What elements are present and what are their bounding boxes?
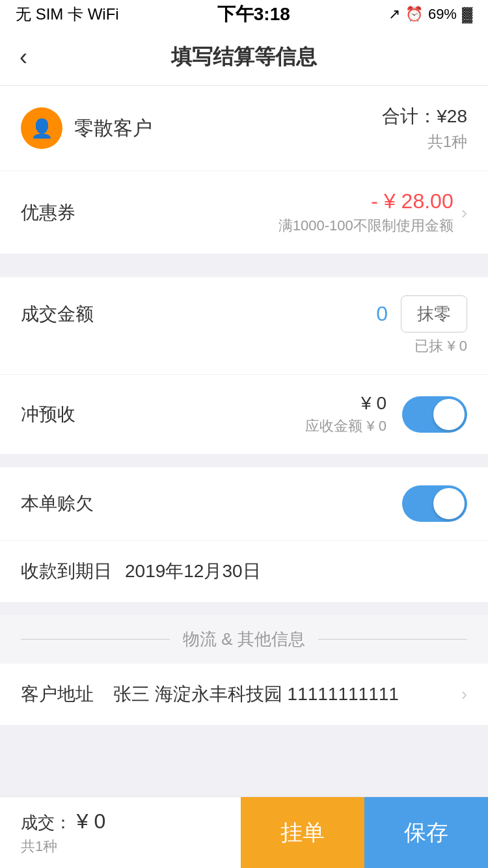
credit-debt-row: 本单赊欠 xyxy=(0,467,488,541)
amount-sub-row: 已抹 ¥ 0 xyxy=(21,336,467,356)
transaction-label: 成交金额 xyxy=(21,302,94,327)
address-chevron-icon: › xyxy=(461,684,467,705)
coupon-detail: - ¥ 28.00 满1000-100不限制使用金额 xyxy=(278,189,454,236)
customer-section: 👤 零散客户 合计：¥28 共1种 优惠券 - ¥ 28.00 满1000-10… xyxy=(0,86,488,254)
customer-right: 合计：¥28 共1种 xyxy=(382,104,467,152)
bottom-count: 共1种 xyxy=(21,837,220,856)
prepayment-detail: ¥ 0 应收金额 ¥ 0 xyxy=(305,393,386,436)
separator-2 xyxy=(0,454,488,467)
separator-3 xyxy=(0,602,488,615)
bottom-amount: ¥ 0 xyxy=(77,809,105,833)
logistics-label: 物流 & 其他信息 xyxy=(183,628,305,651)
pending-button[interactable]: 挂单 xyxy=(241,797,364,869)
customer-row: 👤 零散客户 合计：¥28 共1种 xyxy=(0,86,488,170)
coupon-row[interactable]: 优惠券 - ¥ 28.00 满1000-100不限制使用金额 › xyxy=(0,170,488,254)
prepayment-amount: ¥ 0 xyxy=(305,393,386,414)
transaction-input[interactable] xyxy=(336,302,388,326)
prepayment-toggle-knob xyxy=(433,399,465,430)
credit-debt-label: 本单赊欠 xyxy=(21,491,94,516)
credit-debt-section: 本单赊欠 收款到期日 2019年12月30日 xyxy=(0,467,488,602)
prepayment-sub: 应收金额 ¥ 0 xyxy=(305,416,386,436)
due-date-row: 收款到期日 2019年12月30日 xyxy=(0,541,488,602)
round-zero-button[interactable]: 抹零 xyxy=(401,295,467,332)
battery-text: 69% xyxy=(428,6,457,23)
bottom-chengjiao-label: 成交： xyxy=(21,813,72,832)
bottom-summary: 成交： ¥ 0 共1种 xyxy=(0,809,241,856)
address-value: 张三 海淀永丰科技园 11111111111 xyxy=(113,682,461,707)
status-left: 无 SIM 卡 WiFi xyxy=(16,4,119,25)
divider-line-left xyxy=(21,639,170,640)
customer-avatar: 👤 xyxy=(21,107,62,149)
save-button[interactable]: 保存 xyxy=(364,797,488,869)
prepayment-toggle[interactable] xyxy=(402,396,467,433)
coupon-label: 优惠券 xyxy=(21,200,75,225)
battery-icon: ▓ xyxy=(462,6,472,23)
page-title: 填写结算等信息 xyxy=(171,43,317,72)
credit-debt-toggle[interactable] xyxy=(402,485,467,522)
customer-name: 零散客户 xyxy=(74,115,152,142)
customer-count: 共1种 xyxy=(382,131,467,152)
transaction-right: 抹零 xyxy=(336,295,467,332)
prepayment-row: 冲预收 ¥ 0 应收金额 ¥ 0 xyxy=(0,374,488,454)
bottom-chengjiao-row: 成交： ¥ 0 xyxy=(21,809,220,834)
nav-bar: ‹ 填写结算等信息 xyxy=(0,29,488,86)
address-row[interactable]: 客户地址 张三 海淀永丰科技园 11111111111 › xyxy=(0,664,488,725)
alarm-icon: ⏰ xyxy=(405,6,423,23)
customer-left: 👤 零散客户 xyxy=(21,107,152,149)
divider-line-right xyxy=(318,639,467,640)
transaction-section: 成交金额 抹零 已抹 ¥ 0 冲预收 ¥ 0 应收金额 ¥ 0 xyxy=(0,277,488,454)
credit-debt-toggle-knob xyxy=(433,488,465,519)
address-label: 客户地址 xyxy=(21,682,94,707)
coupon-description: 满1000-100不限制使用金额 xyxy=(278,216,454,236)
prepayment-label: 冲预收 xyxy=(21,402,75,427)
location-icon: ↗ xyxy=(388,6,400,23)
back-button[interactable]: ‹ xyxy=(20,44,27,71)
separator-1 xyxy=(0,264,488,277)
due-date-value: 2019年12月30日 xyxy=(125,559,261,584)
already-rounded-label: 已抹 ¥ 0 xyxy=(414,336,467,356)
coupon-right: - ¥ 28.00 满1000-100不限制使用金额 › xyxy=(278,189,467,236)
due-date-label: 收款到期日 xyxy=(21,559,112,584)
transaction-amount-row: 成交金额 抹零 已抹 ¥ 0 xyxy=(0,277,488,374)
amount-row-wrap: 成交金额 抹零 xyxy=(21,295,467,332)
customer-total: 合计：¥28 xyxy=(382,104,467,129)
content-area: 👤 零散客户 合计：¥28 共1种 优惠券 - ¥ 28.00 满1000-10… xyxy=(0,86,488,803)
status-right: ↗ ⏰ 69% ▓ xyxy=(388,6,472,23)
status-time: 下午3:18 xyxy=(217,2,290,27)
status-bar: 无 SIM 卡 WiFi 下午3:18 ↗ ⏰ 69% ▓ xyxy=(0,0,488,29)
logistics-divider: 物流 & 其他信息 xyxy=(0,615,488,664)
signal-text: 无 SIM 卡 WiFi xyxy=(16,4,119,25)
avatar-icon: 👤 xyxy=(31,118,53,139)
prepayment-right: ¥ 0 应收金额 ¥ 0 xyxy=(305,393,467,436)
coupon-discount: - ¥ 28.00 xyxy=(278,189,454,213)
bottom-bar: 成交： ¥ 0 共1种 挂单 保存 xyxy=(0,796,488,868)
coupon-chevron-icon: › xyxy=(461,202,467,223)
